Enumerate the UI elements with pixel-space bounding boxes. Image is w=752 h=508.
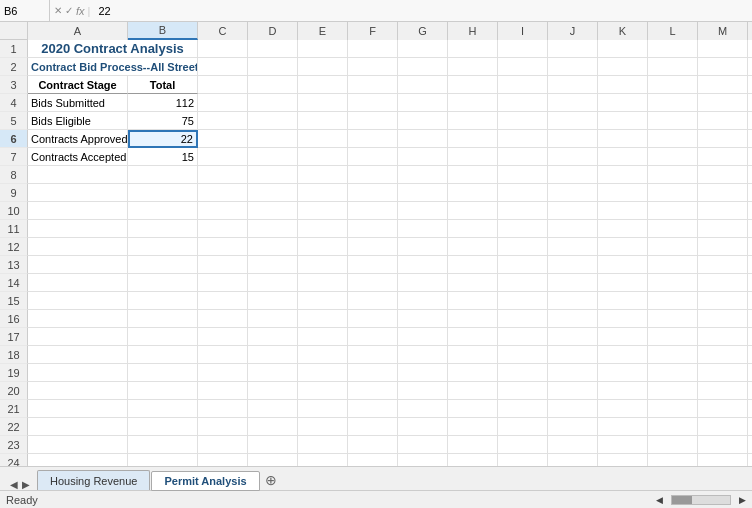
cell-i-15[interactable] <box>498 292 548 310</box>
cell-l-15[interactable] <box>648 292 698 310</box>
cell-i-9[interactable] <box>498 184 548 202</box>
cell-e1[interactable] <box>298 40 348 58</box>
cell-i-18[interactable] <box>498 346 548 364</box>
cell-g-12[interactable] <box>398 238 448 256</box>
cell-b-23[interactable] <box>128 436 198 454</box>
cell-m-10[interactable] <box>698 202 748 220</box>
cell-h4[interactable] <box>448 94 498 112</box>
cell-m-14[interactable] <box>698 274 748 292</box>
cell-h-13[interactable] <box>448 256 498 274</box>
cell-n-12[interactable] <box>748 238 752 256</box>
cell-a-23[interactable] <box>28 436 128 454</box>
cell-a3[interactable]: Contract Stage <box>28 76 128 94</box>
cell-c-11[interactable] <box>198 220 248 238</box>
cell-j-24[interactable] <box>548 454 598 466</box>
cell-j6[interactable] <box>548 130 598 148</box>
col-header-d[interactable]: D <box>248 22 298 40</box>
cell-b5[interactable]: 75 <box>128 112 198 130</box>
cell-d-16[interactable] <box>248 310 298 328</box>
cell-a-8[interactable] <box>28 166 128 184</box>
cell-h-11[interactable] <box>448 220 498 238</box>
cell-j5[interactable] <box>548 112 598 130</box>
cell-i-21[interactable] <box>498 400 548 418</box>
cell-c-13[interactable] <box>198 256 248 274</box>
cell-f-18[interactable] <box>348 346 398 364</box>
cell-c-10[interactable] <box>198 202 248 220</box>
cell-i-20[interactable] <box>498 382 548 400</box>
cell-i-22[interactable] <box>498 418 548 436</box>
cell-f3[interactable] <box>348 76 398 94</box>
cell-f1[interactable] <box>348 40 398 58</box>
cell-i5[interactable] <box>498 112 548 130</box>
cell-m-13[interactable] <box>698 256 748 274</box>
cell-j7[interactable] <box>548 148 598 166</box>
cell-m-17[interactable] <box>698 328 748 346</box>
cell-l-20[interactable] <box>648 382 698 400</box>
fx-icon[interactable]: fx <box>76 5 85 17</box>
cell-n6[interactable] <box>748 130 752 148</box>
cell-f-9[interactable] <box>348 184 398 202</box>
cell-l-11[interactable] <box>648 220 698 238</box>
cell-j2[interactable] <box>548 58 598 76</box>
cell-l-17[interactable] <box>648 328 698 346</box>
cell-c4[interactable] <box>198 94 248 112</box>
cell-g-24[interactable] <box>398 454 448 466</box>
cell-b3[interactable]: Total <box>128 76 198 94</box>
cell-g-22[interactable] <box>398 418 448 436</box>
cell-i-16[interactable] <box>498 310 548 328</box>
cell-m-16[interactable] <box>698 310 748 328</box>
cell-c5[interactable] <box>198 112 248 130</box>
cell-a-17[interactable] <box>28 328 128 346</box>
cell-e-21[interactable] <box>298 400 348 418</box>
cell-g-10[interactable] <box>398 202 448 220</box>
cell-j4[interactable] <box>548 94 598 112</box>
cell-f-19[interactable] <box>348 364 398 382</box>
cell-d2[interactable] <box>248 58 298 76</box>
cell-e2[interactable] <box>298 58 348 76</box>
cell-d-10[interactable] <box>248 202 298 220</box>
cell-n4[interactable] <box>748 94 752 112</box>
cell-j-8[interactable] <box>548 166 598 184</box>
cell-b-9[interactable] <box>128 184 198 202</box>
cell-m-24[interactable] <box>698 454 748 466</box>
cell-n-14[interactable] <box>748 274 752 292</box>
cell-a-15[interactable] <box>28 292 128 310</box>
cell-l6[interactable] <box>648 130 698 148</box>
cell-m1[interactable] <box>698 40 748 58</box>
cell-c-22[interactable] <box>198 418 248 436</box>
cell-e-18[interactable] <box>298 346 348 364</box>
cell-b-14[interactable] <box>128 274 198 292</box>
cell-k-19[interactable] <box>598 364 648 382</box>
cell-k-24[interactable] <box>598 454 648 466</box>
cell-g1[interactable] <box>398 40 448 58</box>
cell-h-14[interactable] <box>448 274 498 292</box>
scroll-bar[interactable] <box>671 495 731 505</box>
cell-f-11[interactable] <box>348 220 398 238</box>
cell-d6[interactable] <box>248 130 298 148</box>
cell-f-20[interactable] <box>348 382 398 400</box>
cell-k1[interactable] <box>598 40 648 58</box>
cell-f-21[interactable] <box>348 400 398 418</box>
cell-f-8[interactable] <box>348 166 398 184</box>
cell-e-10[interactable] <box>298 202 348 220</box>
cell-k6[interactable] <box>598 130 648 148</box>
cell-n-13[interactable] <box>748 256 752 274</box>
cell-e6[interactable] <box>298 130 348 148</box>
cell-b-12[interactable] <box>128 238 198 256</box>
cell-f-22[interactable] <box>348 418 398 436</box>
cell-g-17[interactable] <box>398 328 448 346</box>
cell-j-10[interactable] <box>548 202 598 220</box>
cell-j-18[interactable] <box>548 346 598 364</box>
cell-n2[interactable] <box>748 58 752 76</box>
cell-c-14[interactable] <box>198 274 248 292</box>
cell-b-19[interactable] <box>128 364 198 382</box>
cell-n-24[interactable] <box>748 454 752 466</box>
cell-j-9[interactable] <box>548 184 598 202</box>
cell-k7[interactable] <box>598 148 648 166</box>
cell-g-8[interactable] <box>398 166 448 184</box>
cell-h6[interactable] <box>448 130 498 148</box>
cell-k4[interactable] <box>598 94 648 112</box>
cell-g-9[interactable] <box>398 184 448 202</box>
cell-m-23[interactable] <box>698 436 748 454</box>
cell-m-22[interactable] <box>698 418 748 436</box>
